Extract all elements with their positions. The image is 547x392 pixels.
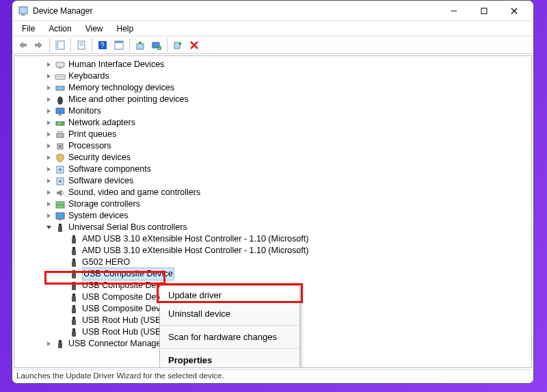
tree-node[interactable]: Print queues	[14, 129, 531, 140]
usb-icon	[55, 222, 66, 233]
chevron-right-icon[interactable]	[44, 95, 53, 104]
chevron-right-icon[interactable]	[44, 165, 53, 174]
chevron-right-icon[interactable]	[44, 142, 53, 151]
maximize-button[interactable]	[469, 1, 499, 21]
tree-node[interactable]: Memory technology devices	[14, 82, 531, 94]
tree-node[interactable]: Security devices	[14, 152, 531, 164]
svg-marker-86	[47, 341, 51, 346]
close-button[interactable]	[499, 1, 529, 21]
tree-node[interactable]: AMD USB 3.10 eXtensible Host Controller …	[14, 233, 531, 245]
help-button[interactable]: ?	[95, 38, 110, 53]
menu-action[interactable]: Action	[43, 23, 77, 35]
tree-node-label: USB Root Hub (USB 3	[82, 326, 168, 338]
uninstall-device-button[interactable]	[187, 38, 202, 53]
tree-node[interactable]: Software components	[14, 164, 531, 175]
expander-none	[58, 281, 67, 290]
tree-node[interactable]: Network adapters	[14, 117, 531, 129]
chevron-right-icon[interactable]	[44, 60, 53, 69]
context-properties[interactable]: Properties	[160, 351, 299, 368]
software-icon	[55, 164, 66, 175]
svg-rect-78	[72, 293, 75, 296]
tree-node[interactable]: Human Interface Devices	[14, 59, 531, 70]
tree-node-label: USB Connector Managers	[68, 338, 168, 350]
chevron-right-icon[interactable]	[44, 153, 53, 162]
tree-node[interactable]: System devices	[14, 210, 531, 222]
scan-hardware-button[interactable]	[149, 38, 164, 53]
tree-node-label: Software components	[68, 164, 151, 175]
svg-rect-72	[72, 259, 75, 261]
chevron-right-icon[interactable]	[44, 118, 53, 127]
minimize-button[interactable]	[439, 1, 469, 21]
context-menu: Update driver Uninstall device Scan for …	[159, 285, 300, 368]
tree-node[interactable]: Universal Serial Bus controllers	[14, 222, 531, 233]
svg-point-53	[59, 168, 62, 171]
svg-rect-60	[56, 202, 64, 205]
tree-node-label: Network adapters	[68, 117, 135, 129]
chevron-down-icon[interactable]	[44, 223, 53, 232]
chevron-right-icon[interactable]	[44, 177, 53, 185]
chevron-right-icon[interactable]	[44, 107, 53, 116]
svg-rect-45	[57, 133, 64, 138]
svg-point-36	[57, 96, 63, 105]
window-controls	[439, 1, 529, 21]
statusbar: Launches the Update Driver Wizard for th…	[12, 369, 533, 383]
tree-node[interactable]: Monitors	[14, 105, 531, 117]
chevron-right-icon[interactable]	[44, 200, 53, 209]
context-update-driver[interactable]: Update driver	[160, 286, 299, 304]
app-icon	[18, 5, 29, 16]
chevron-right-icon[interactable]	[44, 211, 53, 220]
tree-node[interactable]: Sound, video and game controllers	[14, 187, 531, 198]
show-hide-tree-button[interactable]	[53, 38, 68, 53]
menu-view[interactable]: View	[80, 23, 109, 35]
menu-file[interactable]: File	[16, 23, 40, 35]
svg-rect-77	[72, 285, 76, 290]
update-driver-button[interactable]	[133, 38, 148, 53]
svg-rect-73	[72, 261, 76, 267]
back-button[interactable]	[15, 38, 30, 53]
usb-icon	[55, 339, 66, 350]
context-uninstall-device[interactable]: Uninstall device	[160, 304, 299, 323]
svg-rect-39	[59, 114, 62, 116]
chevron-right-icon[interactable]	[44, 72, 53, 81]
tree-node[interactable]: USB Composite Device	[14, 268, 531, 280]
menubar: File Action View Help	[12, 21, 533, 36]
svg-rect-84	[72, 328, 75, 331]
chevron-right-icon[interactable]	[44, 339, 53, 348]
context-scan-hardware[interactable]: Scan for hardware changes	[160, 328, 299, 346]
expander-none	[58, 235, 67, 244]
enable-device-button[interactable]	[170, 38, 185, 53]
tree-node-label: Human Interface Devices	[68, 59, 164, 70]
expander-none	[58, 316, 67, 325]
svg-marker-44	[47, 132, 51, 137]
svg-rect-34	[56, 86, 64, 90]
tree-node-label: Security devices	[68, 152, 131, 164]
svg-marker-33	[47, 86, 51, 90]
svg-rect-82	[72, 317, 75, 319]
tree-node[interactable]: Mice and other pointing devices	[14, 94, 531, 105]
svg-rect-66	[59, 224, 62, 226]
svg-rect-85	[72, 331, 76, 337]
svg-rect-7	[23, 44, 27, 47]
tree-node[interactable]: Keyboards	[14, 70, 531, 82]
tree-node[interactable]: Storage controllers	[14, 198, 531, 210]
tree-node[interactable]: Processors	[14, 140, 531, 152]
cpu-icon	[55, 141, 66, 152]
svg-rect-74	[72, 270, 75, 273]
svg-rect-87	[59, 340, 62, 343]
svg-marker-57	[47, 190, 51, 195]
tree-node[interactable]: AMD USB 3.10 eXtensible Host Controller …	[14, 245, 531, 257]
tree-pane[interactable]: Human Interface DevicesKeyboardsMemory t…	[14, 55, 532, 368]
tree-node[interactable]: G502 HERO	[14, 257, 531, 268]
tree-node-label: Print queues	[68, 129, 116, 140]
forward-button[interactable]	[31, 38, 46, 53]
action-button[interactable]	[111, 38, 126, 53]
chevron-right-icon[interactable]	[44, 83, 53, 92]
network-icon	[55, 118, 66, 129]
properties-button[interactable]	[74, 38, 89, 53]
tree-node-label: System devices	[68, 210, 129, 222]
tree-node-label: G502 HERO	[82, 257, 130, 268]
menu-help[interactable]: Help	[111, 23, 139, 35]
chevron-right-icon[interactable]	[44, 130, 53, 139]
chevron-right-icon[interactable]	[44, 188, 53, 197]
tree-node[interactable]: Software devices	[14, 175, 531, 187]
